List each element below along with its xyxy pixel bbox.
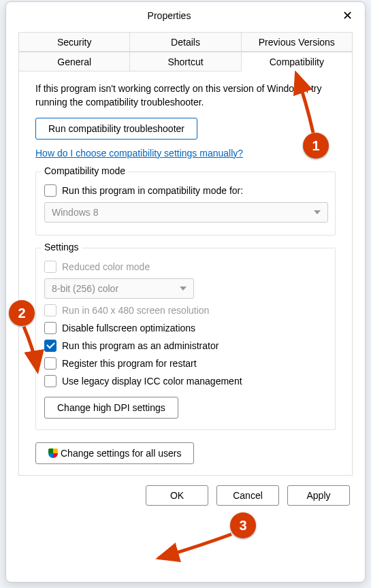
checkbox-icon [44,357,57,370]
settings-group: Settings Reduced color mode 8-bit (256) … [35,248,336,430]
cancel-button[interactable]: Cancel [216,485,279,506]
tab-details[interactable]: Details [129,32,241,52]
tab-content: If this program isn't working correctly … [18,71,353,476]
apply-button[interactable]: Apply [287,485,350,506]
close-button[interactable]: ✕ [335,3,359,28]
tab-shortcut[interactable]: Shortcut [129,52,241,71]
checkbox-icon [44,261,57,273]
settings-legend: Settings [42,242,82,252]
shield-icon [48,448,58,458]
help-link[interactable]: How do I choose compatibility settings m… [35,148,243,159]
close-icon: ✕ [342,9,353,22]
tab-previous-versions[interactable]: Previous Versions [241,32,353,52]
compat-mode-label: Run this program in compatibility mode f… [62,185,243,196]
chevron-down-icon [314,210,321,214]
run-troubleshooter-button[interactable]: Run compatibility troubleshooter [35,118,197,140]
compatibility-mode-group: Compatibility mode Run this program in c… [35,172,336,235]
intro-text: If this program isn't working correctly … [35,82,336,110]
compat-os-value: Windows 8 [52,207,98,218]
register-restart-checkbox[interactable]: Register this program for restart [44,357,328,370]
checkbox-icon [44,304,57,316]
annotation-badge-3: 3 [230,512,256,538]
ok-button[interactable]: OK [146,485,208,506]
tab-compatibility[interactable]: Compatibility [241,52,353,71]
tab-strip: Security Details Previous Versions Gener… [18,32,353,71]
properties-dialog: Properties ✕ Security Details Previous V… [5,1,366,583]
checkbox-icon [44,184,57,197]
tab-general[interactable]: General [18,52,130,71]
change-all-users-button[interactable]: Change settings for all users [35,442,194,464]
window-title: Properties [17,10,335,21]
chevron-down-icon [180,287,187,291]
color-depth-value: 8-bit (256) color [52,283,118,294]
change-dpi-button[interactable]: Change high DPI settings [44,397,178,419]
dialog-buttons: OK Cancel Apply [6,476,365,517]
reduced-color-checkbox: Reduced color mode [44,261,328,273]
run-as-admin-checkbox[interactable]: Run this program as an administrator [44,340,328,352]
checkbox-icon [44,322,57,334]
compat-os-select[interactable]: Windows 8 [44,202,328,223]
annotation-badge-1: 1 [303,133,329,159]
legacy-icc-checkbox[interactable]: Use legacy display ICC color management [44,375,328,387]
color-depth-select: 8-bit (256) color [44,278,194,299]
titlebar: Properties ✕ [6,2,365,29]
checkbox-checked-icon [44,340,57,352]
disable-fullscreen-checkbox[interactable]: Disable fullscreen optimizations [44,322,328,334]
tab-security[interactable]: Security [18,32,130,52]
compat-mode-checkbox-row[interactable]: Run this program in compatibility mode f… [44,184,328,197]
checkbox-icon [44,375,57,387]
compat-mode-legend: Compatibility mode [42,165,128,176]
annotation-badge-2: 2 [9,300,35,326]
low-res-checkbox: Run in 640 x 480 screen resolution [44,304,328,316]
